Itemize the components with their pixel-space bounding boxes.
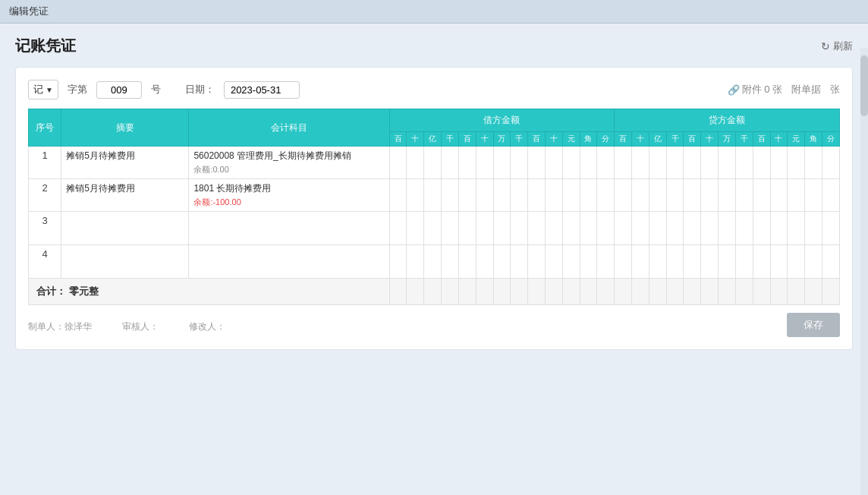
- r3-c1[interactable]: [615, 212, 632, 245]
- row4-summary[interactable]: [61, 245, 189, 279]
- r1-c9[interactable]: [753, 147, 770, 179]
- r3-d3[interactable]: [424, 212, 442, 245]
- r3-c6[interactable]: [701, 212, 719, 245]
- r1-d10[interactable]: [545, 147, 562, 179]
- fudanju-button[interactable]: 附单据: [791, 83, 821, 96]
- row3-account[interactable]: [189, 212, 389, 245]
- r3-c12[interactable]: [805, 212, 822, 245]
- r1-c10[interactable]: [770, 147, 788, 179]
- r4-c11[interactable]: [788, 245, 805, 279]
- r2-d9[interactable]: [528, 179, 546, 212]
- r1-c8[interactable]: [735, 147, 753, 179]
- r2-c9[interactable]: [753, 179, 770, 212]
- r3-c3[interactable]: [649, 212, 666, 245]
- attachment-button[interactable]: 🔗 附件 0 张: [728, 83, 782, 96]
- r2-c8[interactable]: [735, 179, 753, 212]
- r2-d5[interactable]: [458, 179, 476, 212]
- ji-select[interactable]: 记 ▼: [28, 80, 58, 99]
- r4-d12[interactable]: [580, 245, 597, 279]
- r3-c5[interactable]: [684, 212, 701, 245]
- r4-c10[interactable]: [770, 245, 788, 279]
- r2-d8[interactable]: [511, 179, 528, 212]
- r4-d8[interactable]: [511, 245, 528, 279]
- r1-c2[interactable]: [632, 147, 649, 179]
- r4-d3[interactable]: [424, 245, 442, 279]
- r1-d6[interactable]: [476, 147, 493, 179]
- r4-d2[interactable]: [407, 245, 424, 279]
- r4-c2[interactable]: [632, 245, 649, 279]
- refresh-button[interactable]: ↻ 刷新: [821, 39, 853, 53]
- row1-account[interactable]: 56020008 管理费用_长期待摊费用摊销 余额:0.00: [189, 147, 389, 179]
- r1-c1[interactable]: [615, 147, 632, 179]
- r2-d1[interactable]: [389, 179, 407, 212]
- r4-d5[interactable]: [458, 245, 476, 279]
- scrollbar-track[interactable]: [860, 48, 868, 495]
- r2-c12[interactable]: [805, 179, 822, 212]
- row2-summary[interactable]: 摊销5月待摊费用: [61, 179, 189, 212]
- save-button[interactable]: 保存: [787, 313, 840, 337]
- r1-d5[interactable]: [458, 147, 476, 179]
- r1-c7[interactable]: [719, 147, 736, 179]
- r3-d1[interactable]: [389, 212, 407, 245]
- date-input[interactable]: [224, 81, 300, 99]
- r3-c2[interactable]: [632, 212, 649, 245]
- r1-c5[interactable]: [684, 147, 701, 179]
- r4-c6[interactable]: [701, 245, 719, 279]
- r2-d10[interactable]: [545, 179, 562, 212]
- row2-account[interactable]: 1801 长期待摊费用 余额:-100.00: [189, 179, 389, 212]
- r4-c9[interactable]: [753, 245, 770, 279]
- r3-c7[interactable]: [719, 212, 736, 245]
- r4-d1[interactable]: [389, 245, 407, 279]
- r2-c11[interactable]: [788, 179, 805, 212]
- r1-d13[interactable]: [597, 147, 615, 179]
- r3-d12[interactable]: [580, 212, 597, 245]
- r4-c5[interactable]: [684, 245, 701, 279]
- r2-d13[interactable]: [597, 179, 615, 212]
- r4-d9[interactable]: [528, 245, 546, 279]
- r3-c9[interactable]: [753, 212, 770, 245]
- r4-d7[interactable]: [493, 245, 511, 279]
- r2-c13[interactable]: [822, 179, 839, 212]
- r4-c4[interactable]: [666, 245, 684, 279]
- r2-c6[interactable]: [701, 179, 719, 212]
- r4-d6[interactable]: [476, 245, 493, 279]
- r2-d7[interactable]: [493, 179, 511, 212]
- r1-c13[interactable]: [822, 147, 839, 179]
- r3-d6[interactable]: [476, 212, 493, 245]
- r2-d11[interactable]: [562, 179, 580, 212]
- scrollbar-thumb[interactable]: [860, 55, 868, 116]
- r1-d11[interactable]: [562, 147, 580, 179]
- r4-d4[interactable]: [442, 245, 459, 279]
- r1-c3[interactable]: [649, 147, 666, 179]
- r2-c7[interactable]: [719, 179, 736, 212]
- r3-d13[interactable]: [597, 212, 615, 245]
- r4-c3[interactable]: [649, 245, 666, 279]
- r1-d12[interactable]: [580, 147, 597, 179]
- r4-d10[interactable]: [545, 245, 562, 279]
- r1-c12[interactable]: [805, 147, 822, 179]
- r3-c10[interactable]: [770, 212, 788, 245]
- r4-c13[interactable]: [822, 245, 839, 279]
- r1-c6[interactable]: [701, 147, 719, 179]
- r2-d2[interactable]: [407, 179, 424, 212]
- r4-c12[interactable]: [805, 245, 822, 279]
- r2-c10[interactable]: [770, 179, 788, 212]
- r3-c11[interactable]: [788, 212, 805, 245]
- r4-c7[interactable]: [719, 245, 736, 279]
- r1-d8[interactable]: [511, 147, 528, 179]
- r2-c3[interactable]: [649, 179, 666, 212]
- r3-c8[interactable]: [735, 212, 753, 245]
- r3-d4[interactable]: [442, 212, 459, 245]
- r1-d3[interactable]: [424, 147, 442, 179]
- r1-c11[interactable]: [788, 147, 805, 179]
- r1-d7[interactable]: [493, 147, 511, 179]
- r2-c5[interactable]: [684, 179, 701, 212]
- r3-c4[interactable]: [666, 212, 684, 245]
- r4-d13[interactable]: [597, 245, 615, 279]
- r1-d4[interactable]: [442, 147, 459, 179]
- r1-d9[interactable]: [528, 147, 546, 179]
- r3-c13[interactable]: [822, 212, 839, 245]
- row3-summary[interactable]: [61, 212, 189, 245]
- r4-c8[interactable]: [735, 245, 753, 279]
- r1-c4[interactable]: [666, 147, 684, 179]
